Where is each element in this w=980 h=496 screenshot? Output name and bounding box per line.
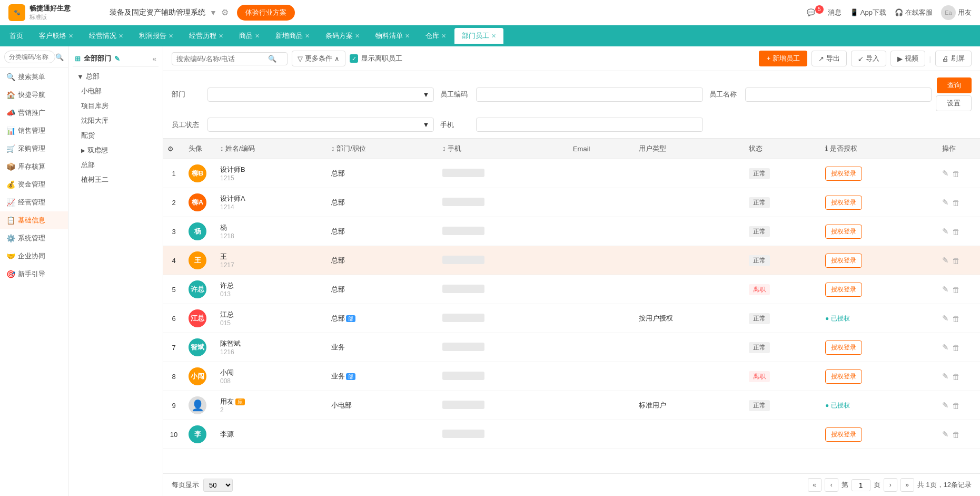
dept-item-shuanglvxiang[interactable]: ▶ 双虑想	[73, 143, 159, 158]
tab-customer[interactable]: 客户联络 ✕	[32, 28, 81, 44]
tab-history[interactable]: 经营历程 ✕	[182, 28, 231, 44]
delete-icon[interactable]: 🗑	[952, 169, 960, 178]
delete-icon[interactable]: 🗑	[952, 198, 960, 207]
tab-material[interactable]: 物料清单 ✕	[368, 28, 417, 44]
dept-item-project[interactable]: 项目库房	[73, 99, 159, 113]
emp-name-input[interactable]	[745, 87, 932, 102]
dept-edit-icon[interactable]: ✎	[114, 55, 120, 63]
page-input[interactable]	[852, 479, 870, 491]
tab-profit[interactable]: 利润报告 ✕	[132, 28, 181, 44]
dept-item-zhishu[interactable]: 植树王二	[73, 172, 159, 187]
delete-icon[interactable]: 🗑	[952, 372, 960, 381]
sidebar-item-nav[interactable]: 🏠 快捷导航	[0, 86, 68, 104]
edit-icon[interactable]: ✎	[942, 430, 949, 439]
close-operation-tab[interactable]: ✕	[118, 33, 123, 40]
tab-new-goods[interactable]: 新增商品 ✕	[268, 28, 317, 44]
emp-status-select[interactable]: ▼	[207, 118, 434, 132]
set-btn[interactable]: 设置	[936, 95, 972, 111]
edit-icon[interactable]: ✎	[942, 198, 949, 207]
close-history-tab[interactable]: ✕	[219, 33, 223, 40]
search-input[interactable]	[176, 55, 266, 63]
app-download-item[interactable]: 📱 App下载	[850, 8, 886, 17]
first-page-btn[interactable]: «	[808, 478, 821, 492]
search-btn[interactable]: 查询	[937, 77, 972, 93]
close-profit-tab[interactable]: ✕	[169, 33, 173, 40]
sidebar-item-marketing[interactable]: 📣 营销推广	[0, 104, 68, 122]
edit-icon[interactable]: ✎	[942, 372, 949, 381]
edit-icon[interactable]: ✎	[942, 285, 949, 294]
sidebar-item-sales[interactable]: 📊 销售管理	[0, 122, 68, 140]
tab-operation[interactable]: 经营情况 ✕	[82, 28, 131, 44]
edit-icon[interactable]: ✎	[942, 314, 949, 323]
next-page-btn[interactable]: ›	[884, 478, 897, 492]
dept-item-shenyang[interactable]: 沈阳大库	[73, 113, 159, 128]
auth-login-button[interactable]: 授权登录	[825, 254, 862, 268]
views-button[interactable]: ▶ 视频	[890, 51, 925, 66]
add-employee-button[interactable]: + 新增员工	[759, 51, 807, 66]
close-dept-tab[interactable]: ✕	[491, 33, 496, 40]
dept-collapse-icon[interactable]: «	[153, 55, 156, 63]
tab-home[interactable]: 首页	[2, 28, 31, 44]
auth-login-button[interactable]: 授权登录	[825, 341, 862, 355]
per-page-select[interactable]: 50 100 200	[203, 479, 233, 492]
message-item[interactable]: 💬 5 消息	[807, 8, 842, 17]
delete-icon[interactable]: 🗑	[952, 314, 960, 323]
dept-item-distribution[interactable]: 配货	[73, 128, 159, 143]
last-page-btn[interactable]: »	[900, 478, 914, 492]
delete-icon[interactable]: 🗑	[952, 401, 960, 410]
sidebar-item-inventory[interactable]: 📦 库存核算	[0, 158, 68, 176]
sidebar-item-purchase[interactable]: 🛒 采购管理	[0, 140, 68, 158]
more-conditions-btn[interactable]: ▽ 更多条件 ∧	[292, 51, 345, 66]
auth-login-button[interactable]: 授权登录	[825, 283, 862, 297]
sidebar-item-guide[interactable]: 🎯 新手引导	[0, 265, 68, 283]
auth-login-button[interactable]: 授权登录	[825, 427, 862, 442]
auth-login-button[interactable]: 授权登录	[825, 225, 862, 239]
close-goods-tab[interactable]: ✕	[255, 33, 260, 40]
dept-item-zongbu[interactable]: 总部	[73, 158, 159, 172]
trial-button[interactable]: 体验行业方案	[237, 5, 295, 21]
edit-icon[interactable]: ✎	[942, 169, 949, 178]
auth-login-button[interactable]: 授权登录	[825, 196, 862, 210]
sidebar-item-system[interactable]: ⚙️ 系统管理	[0, 229, 68, 247]
edit-icon[interactable]: ✎	[942, 256, 949, 265]
emp-code-input[interactable]	[476, 87, 702, 102]
online-service-item[interactable]: 🎧 在线客服	[895, 8, 933, 17]
export-button[interactable]: ↗ 导出	[811, 51, 847, 66]
tab-department[interactable]: 部门员工 ✕	[454, 28, 503, 44]
edit-icon[interactable]: ✎	[942, 343, 949, 352]
auth-login-button[interactable]: 授权登录	[825, 369, 862, 384]
col-phone[interactable]: ↕ 手机	[438, 139, 569, 159]
close-customer-tab[interactable]: ✕	[68, 33, 73, 40]
show-resigned-checkbox[interactable]: ✓	[350, 54, 358, 63]
tab-warehouse[interactable]: 仓库 ✕	[418, 28, 453, 44]
dept-item-xiaodiandu[interactable]: 小电部	[73, 84, 159, 99]
tab-barcode[interactable]: 条码方案 ✕	[318, 28, 367, 44]
sidebar-item-basic[interactable]: 📋 基础信息	[0, 211, 68, 229]
close-warehouse-tab[interactable]: ✕	[441, 33, 446, 40]
settings-icon[interactable]: ⚙	[221, 7, 229, 17]
delete-icon[interactable]: 🗑	[952, 285, 960, 294]
print-button[interactable]: 🖨 刷屏	[935, 51, 972, 66]
delete-icon[interactable]: 🗑	[952, 343, 960, 352]
close-material-tab[interactable]: ✕	[405, 33, 410, 40]
close-new-goods-tab[interactable]: ✕	[305, 33, 310, 40]
edit-icon[interactable]: ✎	[942, 401, 949, 410]
prev-page-btn[interactable]: ‹	[825, 478, 838, 492]
auth-login-button[interactable]: 授权登录	[825, 167, 862, 181]
sidebar-item-collab[interactable]: 🤝 企业协同	[0, 247, 68, 265]
edit-icon[interactable]: ✎	[942, 227, 949, 236]
sidebar-search-input[interactable]	[4, 51, 55, 63]
sidebar-item-operations[interactable]: 📈 经营管理	[0, 193, 68, 211]
dept-item-headquarters[interactable]: ▼ 总部	[73, 69, 159, 84]
dept-filter-select[interactable]: ▼	[207, 87, 434, 102]
col-dept[interactable]: ↕ 部门/职位	[327, 139, 438, 159]
delete-icon[interactable]: 🗑	[952, 256, 960, 265]
delete-icon[interactable]: 🗑	[952, 227, 960, 236]
tab-goods[interactable]: 商品 ✕	[232, 28, 267, 44]
dropdown-icon[interactable]: ▼	[210, 8, 217, 17]
close-barcode-tab[interactable]: ✕	[355, 33, 360, 40]
phone-input[interactable]	[476, 118, 702, 132]
import-button[interactable]: ↙ 导入	[851, 51, 886, 66]
user-profile-item[interactable]: Ea 用友	[941, 5, 972, 20]
sidebar-item-search[interactable]: 🔍 搜索菜单	[0, 68, 68, 86]
